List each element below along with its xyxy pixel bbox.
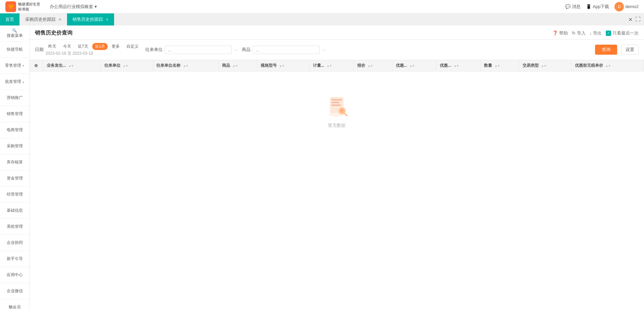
sort-arrows-qty: ▲▼	[495, 64, 500, 67]
help-icon: ❓	[552, 31, 558, 36]
app-download-btn[interactable]: 📱 App下载	[586, 4, 609, 10]
goods-label: 商品	[242, 47, 251, 53]
logo-icon: 🧡	[5, 1, 16, 12]
export-btn[interactable]: ↓ 导出	[590, 30, 602, 36]
svg-line-7	[345, 114, 347, 116]
sort-arrows-no-tax-price: ▲▼	[605, 64, 611, 67]
user-menu[interactable]: D demo2	[614, 2, 639, 11]
chevron-up-icon: ▴	[22, 80, 24, 84]
tab-bar-actions: ✕ ⛶	[625, 13, 644, 25]
data-table: ⚙ 业务发生... ▲▼ 往来单位 ▲▼ 往来单位名称 ▲▼	[30, 60, 644, 71]
th-trade-type[interactable]: 交易类型 ▲▼	[519, 60, 571, 71]
sidebar-item-search-menu[interactable]: 🔍 搜索菜单	[0, 25, 29, 42]
sort-arrows-partner-name: ▲▼	[183, 64, 189, 67]
date-btn-more[interactable]: 更多	[109, 43, 122, 50]
tab-sales-history[interactable]: 销售历史价跟踪 ✕	[67, 13, 114, 25]
th-quote-price[interactable]: 报价 ▲▼	[354, 60, 392, 71]
maximize-btn[interactable]: ⛶	[635, 16, 641, 22]
avatar: D	[614, 2, 624, 11]
th-spec[interactable]: 规格型号 ▲▼	[257, 60, 309, 71]
svg-rect-3	[331, 102, 339, 103]
sidebar-item-member-club[interactable]: 畅会员	[0, 299, 29, 310]
tab-bar: 首页 采购历史价跟踪 ✕ 销售历史价跟踪 ✕ ✕ ⛶	[0, 13, 644, 25]
th-qty[interactable]: 数量 ▲▼	[481, 60, 519, 71]
th-goods[interactable]: 商品 ▲▼	[219, 60, 257, 71]
goods-input[interactable]	[253, 46, 320, 54]
date-btn-custom[interactable]: 自定义	[124, 43, 141, 50]
sidebar-item-finance-mgmt[interactable]: 资金管理	[0, 170, 29, 187]
sidebar-item-sales-mgmt[interactable]: 销售管理	[0, 106, 29, 122]
date-btn-1month[interactable]: 近1月	[92, 43, 108, 50]
sidebar-item-enterprise-coop[interactable]: 企业协同	[0, 235, 29, 251]
date-btn-today[interactable]: 今天	[60, 43, 74, 50]
download-icon: 📱	[586, 4, 591, 9]
date-options: 昨天 今天 近7天 近1月 更多 自定义	[46, 43, 141, 50]
empty-icon	[323, 92, 350, 118]
goods-dots-btn[interactable]: ···	[322, 47, 326, 52]
sidebar-item-inventory[interactable]: 库存核算	[0, 154, 29, 170]
svg-rect-4	[331, 104, 341, 106]
app-selector[interactable]: 办公用品行业模拟账套 ▾	[50, 4, 97, 10]
settings-button[interactable]: 设置	[621, 45, 639, 55]
import-icon: ↻	[572, 31, 576, 36]
sidebar-item-wholesale-mgmt[interactable]: 批发管理 ▴	[0, 74, 29, 90]
th-partner-name[interactable]: 往来单位名称 ▲▼	[153, 60, 219, 71]
th-discount1[interactable]: 优惠... ▲▼	[392, 60, 436, 71]
sort-arrows-discount1: ▲▼	[410, 64, 415, 67]
logo-area: 🧡 畅捷通好生意 标准版	[5, 1, 40, 12]
sidebar-item-basic-info[interactable]: 基础信息	[0, 203, 29, 219]
filter-actions: 查询	[595, 45, 617, 55]
tab-home[interactable]: 首页	[0, 13, 20, 25]
settings-icon: ⚙	[34, 63, 38, 68]
chevron-down-icon: ▾	[22, 64, 24, 67]
date-filter-group: 日期 昨天 今天 近7天 近1月 更多 自定义 2023-02-18 至 202…	[35, 43, 141, 56]
sidebar-item-app-center[interactable]: 应用中心	[0, 267, 29, 283]
sidebar-item-enterprise-wechat[interactable]: 企业微信	[0, 283, 29, 299]
sidebar-item-purchase-mgmt[interactable]: 采购管理	[0, 138, 29, 154]
sidebar-item-ecommerce-mgmt[interactable]: 电商管理	[0, 122, 29, 138]
partner-filter-group: 往来单位 ···	[145, 46, 238, 54]
message-btn[interactable]: 💬 消息	[565, 4, 581, 10]
search-icon: 🔍	[12, 28, 17, 33]
table-container: ⚙ 业务发生... ▲▼ 往来单位 ▲▼ 往来单位名称 ▲▼	[30, 60, 644, 310]
sort-arrows-goods: ▲▼	[233, 64, 238, 67]
main-layout: 🔍 搜索菜单 快捷导航 零售管理 ▾ 批发管理 ▴ 营销推广 销售管理 电商管理…	[0, 25, 644, 310]
th-discount2[interactable]: 优惠... ▲▼	[436, 60, 481, 71]
query-button[interactable]: 查询	[595, 45, 617, 55]
sidebar-item-marketing[interactable]: 营销推广	[0, 90, 29, 106]
sidebar-item-system-mgmt[interactable]: 系统管理	[0, 219, 29, 235]
th-unit[interactable]: 计量... ▲▼	[309, 60, 354, 71]
date-btn-7days[interactable]: 近7天	[75, 43, 91, 50]
page-title: 销售历史价查询	[35, 30, 72, 37]
help-btn[interactable]: ❓ 帮助	[552, 30, 568, 36]
sidebar-item-quick-nav[interactable]: 快捷导航	[0, 42, 29, 58]
filter-bar: 日期 昨天 今天 近7天 近1月 更多 自定义 2023-02-18 至 202…	[30, 40, 644, 60]
checkbox-icon: ✓	[606, 31, 611, 36]
date-btn-yesterday[interactable]: 昨天	[46, 43, 59, 50]
tab-close-sales[interactable]: ✕	[106, 17, 109, 22]
content-area: 销售历史价查询 ❓ 帮助 ↻ 导入 ↓ 导出 ✓ 只看最后一次	[30, 25, 644, 310]
sidebar-item-retail-mgmt[interactable]: 零售管理 ▾	[0, 58, 29, 74]
goods-filter-group: 商品 ···	[242, 46, 326, 54]
tab-close-purchase[interactable]: ✕	[58, 17, 61, 22]
th-biz-date[interactable]: 业务发生... ▲▼	[43, 60, 101, 71]
tab-purchase-history[interactable]: 采购历史价跟踪 ✕	[20, 13, 67, 25]
top-bar-left: 🧡 畅捷通好生意 标准版 办公用品行业模拟账套 ▾	[5, 1, 97, 12]
empty-state: 暂无数据	[30, 71, 644, 149]
close-window-btn[interactable]: ✕	[628, 16, 633, 23]
sort-arrows-trade-type: ▲▼	[541, 64, 547, 67]
th-settings[interactable]: ⚙	[30, 60, 43, 71]
th-partner-code[interactable]: 往来单位 ▲▼	[101, 60, 153, 71]
top-bar: 🧡 畅捷通好生意 标准版 办公用品行业模拟账套 ▾ 💬 消息 📱 App下载 D…	[0, 0, 644, 13]
import-btn[interactable]: ↻ 导入	[572, 30, 586, 36]
chevron-down-icon: ▾	[95, 4, 97, 9]
sidebar-item-new-guide[interactable]: 新手引导	[0, 251, 29, 267]
th-no-tax-price[interactable]: 优惠前无税单价 ▲▼	[571, 60, 644, 71]
sort-arrows-biz-date: ▲▼	[68, 64, 74, 67]
sidebar-item-ops-mgmt[interactable]: 经营管理	[0, 187, 29, 203]
partner-input[interactable]	[165, 46, 232, 54]
only-last-toggle[interactable]: ✓ 只看最后一次	[606, 30, 639, 36]
svg-rect-2	[331, 99, 342, 100]
partner-dots-btn[interactable]: ···	[234, 47, 238, 52]
date-range: 2023-02-18 至 2023-03-18	[46, 51, 141, 56]
